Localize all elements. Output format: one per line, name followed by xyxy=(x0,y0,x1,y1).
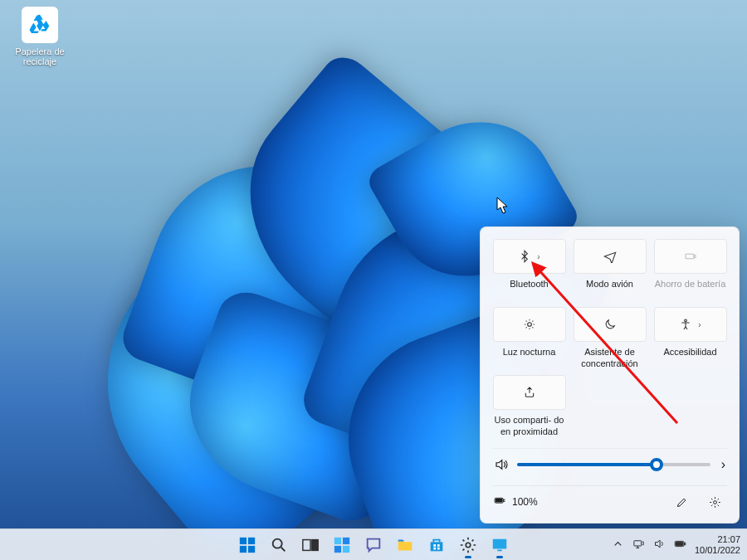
qs-tile-bluetooth-label: Bluetooth xyxy=(510,279,548,302)
widgets-button[interactable] xyxy=(327,530,357,560)
tray-time: 21:07 xyxy=(695,534,740,545)
svg-rect-15 xyxy=(312,539,318,550)
qs-tile-accessibility[interactable]: › Accesibilidad xyxy=(653,307,727,370)
tray-network-button[interactable] xyxy=(632,538,645,552)
svg-point-24 xyxy=(466,543,471,548)
svg-rect-29 xyxy=(684,543,685,545)
mouse-cursor xyxy=(496,197,510,215)
chat-icon xyxy=(364,536,383,554)
svg-rect-9 xyxy=(240,537,247,543)
edit-quick-settings-button[interactable] xyxy=(669,489,694,514)
svg-rect-19 xyxy=(343,545,349,552)
svg-point-7 xyxy=(713,500,716,504)
network-icon xyxy=(632,538,645,550)
taskbar-center xyxy=(232,530,515,560)
monitor-icon xyxy=(491,536,509,554)
accessibility-icon xyxy=(679,318,692,331)
store-button[interactable] xyxy=(422,530,452,560)
svg-rect-27 xyxy=(634,541,642,546)
folder-icon xyxy=(396,536,414,554)
svg-rect-11 xyxy=(240,545,247,552)
search-icon xyxy=(270,536,288,554)
chevron-right-icon: › xyxy=(698,320,701,329)
qs-tile-bluetooth[interactable]: › Bluetooth xyxy=(492,239,566,302)
svg-rect-6 xyxy=(496,499,502,503)
battery-icon xyxy=(492,496,507,508)
quick-settings-grid: › Bluetooth Modo avión Ahorro de batería… xyxy=(492,239,727,438)
battery-percentage: 100% xyxy=(512,496,538,508)
qs-tile-focus-assist-label: Asistente de concentración xyxy=(573,347,647,370)
qs-tile-battery-saver[interactable]: Ahorro de batería xyxy=(653,239,727,302)
chevron-up-icon xyxy=(612,538,624,550)
qs-footer: 100% xyxy=(492,485,727,516)
chevron-right-icon: › xyxy=(537,252,540,261)
battery-saver-icon xyxy=(684,250,697,263)
qs-tile-nearby-share[interactable]: Uso comparti- do en proximidad xyxy=(492,375,566,438)
start-button[interactable] xyxy=(232,530,262,560)
audio-output-chevron[interactable]: › xyxy=(721,457,725,472)
qs-tile-focus-assist[interactable]: Asistente de concentración xyxy=(573,307,647,370)
settings-app-button[interactable] xyxy=(453,530,483,560)
airplane-icon xyxy=(603,250,617,263)
qs-tile-airplane-label: Modo avión xyxy=(586,279,633,302)
chat-button[interactable] xyxy=(359,530,388,560)
speaker-icon xyxy=(653,538,666,550)
qs-tile-nearby-share-label: Uso comparti- do en proximidad xyxy=(492,415,566,438)
svg-rect-10 xyxy=(248,537,255,543)
svg-rect-14 xyxy=(303,539,310,550)
open-settings-button[interactable] xyxy=(702,489,727,514)
moon-icon xyxy=(603,318,617,331)
tray-clock[interactable]: 21:07 10/01/2022 xyxy=(695,534,740,555)
battery-icon xyxy=(674,538,686,550)
windows-icon xyxy=(238,536,256,554)
qs-tile-night-light-label: Luz nocturna xyxy=(503,347,556,370)
tray-date: 10/01/2022 xyxy=(695,545,740,556)
svg-rect-12 xyxy=(248,545,255,552)
svg-rect-26 xyxy=(497,549,502,551)
quick-settings-panel: › Bluetooth Modo avión Ahorro de batería… xyxy=(480,226,740,523)
speaker-icon xyxy=(494,457,509,472)
svg-point-2 xyxy=(527,323,531,327)
desktop-icon-recycle-bin[interactable]: Papelera de reciclaje xyxy=(12,7,68,66)
svg-rect-0 xyxy=(686,254,694,258)
svg-rect-20 xyxy=(433,544,436,547)
gear-icon xyxy=(459,536,477,554)
qs-tile-accessibility-label: Accesibilidad xyxy=(663,347,716,370)
svg-rect-17 xyxy=(343,537,349,543)
svg-rect-23 xyxy=(437,547,440,549)
svg-point-3 xyxy=(685,319,687,322)
widgets-icon xyxy=(333,536,351,554)
qs-tile-airplane[interactable]: Modo avión xyxy=(573,239,647,302)
task-view-icon xyxy=(301,536,320,554)
recycle-bin-label: Papelera de reciclaje xyxy=(12,46,68,66)
task-view-button[interactable] xyxy=(295,530,325,560)
tray-volume-button[interactable] xyxy=(653,538,666,552)
volume-slider[interactable] xyxy=(517,463,710,466)
pencil-icon xyxy=(676,496,688,509)
store-icon xyxy=(427,536,446,554)
sun-icon xyxy=(523,318,536,331)
svg-rect-5 xyxy=(504,499,505,501)
svg-rect-1 xyxy=(694,256,695,258)
running-app-button[interactable] xyxy=(485,530,515,560)
taskbar: 21:07 10/01/2022 xyxy=(0,528,747,560)
svg-point-13 xyxy=(273,538,282,548)
system-tray: 21:07 10/01/2022 xyxy=(612,534,740,555)
share-icon xyxy=(523,386,536,399)
svg-rect-25 xyxy=(493,538,507,548)
svg-rect-22 xyxy=(433,547,436,549)
recycle-bin-icon xyxy=(22,7,58,43)
qs-tile-battery-saver-label: Ahorro de batería xyxy=(655,279,726,302)
svg-rect-30 xyxy=(676,543,682,546)
gear-icon xyxy=(709,496,721,509)
tray-overflow-button[interactable] xyxy=(612,538,624,552)
svg-rect-18 xyxy=(334,545,341,552)
bluetooth-icon xyxy=(518,250,531,263)
file-explorer-button[interactable] xyxy=(390,530,420,560)
search-button[interactable] xyxy=(264,530,294,560)
qs-tile-night-light[interactable]: Luz nocturna xyxy=(492,307,566,370)
tray-battery-button[interactable] xyxy=(674,538,686,552)
svg-rect-16 xyxy=(334,537,341,543)
volume-row: › xyxy=(492,448,727,480)
svg-rect-21 xyxy=(437,544,440,547)
